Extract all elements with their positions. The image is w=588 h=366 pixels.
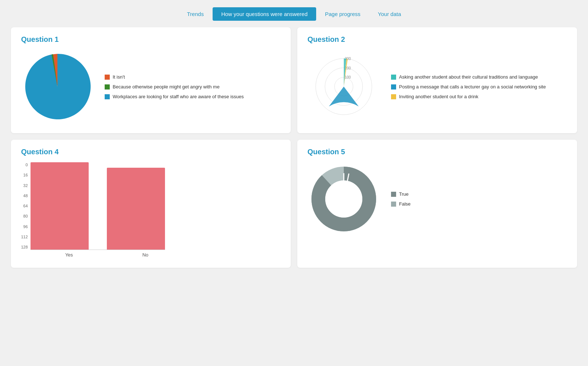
q1-color-0 bbox=[105, 75, 110, 80]
q5-color-0 bbox=[391, 192, 396, 197]
q5-donut-chart bbox=[307, 163, 380, 235]
q2-legend-item-2: Inviting another student out for a drink bbox=[391, 94, 546, 99]
q5-label-0: True bbox=[399, 191, 408, 197]
q4-title: Question 4 bbox=[21, 148, 281, 156]
q4-bar-no bbox=[107, 168, 165, 250]
q4-label-no: No bbox=[116, 252, 174, 258]
q5-legend-item-0: True bbox=[391, 191, 411, 197]
tab-page-progress[interactable]: Page progress bbox=[316, 7, 369, 21]
q1-chart-area: It isn't Because otherwise people might … bbox=[21, 50, 281, 123]
question-5-card: Question 5 True bbox=[297, 140, 577, 268]
q2-color-0 bbox=[391, 75, 396, 80]
q1-label-2: Workplaces are looking for staff who are… bbox=[113, 94, 244, 99]
q2-chart-area: 300 200 100 Asking another student about… bbox=[307, 50, 567, 123]
main-grid: Question 1 It isn't Because otherwise pe… bbox=[0, 27, 588, 279]
q4-bar-chart: 128 112 96 80 64 48 32 16 0 Yes No bbox=[21, 163, 281, 258]
q4-label-yes: Yes bbox=[40, 252, 98, 258]
q2-title: Question 2 bbox=[307, 35, 567, 44]
svg-point-8 bbox=[325, 180, 362, 218]
q2-polar-chart: 300 200 100 bbox=[307, 50, 380, 123]
q5-legend: True False bbox=[391, 191, 411, 207]
q1-label-1: Because otherwise people might get angry… bbox=[113, 84, 220, 89]
q2-color-2 bbox=[391, 94, 396, 99]
tab-your-data[interactable]: Your data bbox=[369, 7, 410, 21]
q1-legend-item-1: Because otherwise people might get angry… bbox=[105, 84, 244, 89]
q4-x-labels: Yes No bbox=[40, 252, 281, 258]
q1-color-2 bbox=[105, 94, 110, 99]
question-4-card: Question 4 128 112 96 80 64 48 32 16 0 bbox=[11, 140, 291, 268]
q2-legend-item-1: Posting a message that calls a lecturer … bbox=[391, 84, 546, 89]
q1-color-1 bbox=[105, 84, 110, 89]
q1-legend-item-0: It isn't bbox=[105, 74, 244, 80]
q2-label-1: Posting a message that calls a lecturer … bbox=[399, 84, 546, 89]
q1-label-0: It isn't bbox=[113, 74, 125, 80]
q1-legend: It isn't Because otherwise people might … bbox=[105, 74, 244, 99]
q4-y-axis: 128 112 96 80 64 48 32 16 0 bbox=[21, 163, 28, 250]
q5-label-1: False bbox=[399, 201, 411, 207]
svg-text:100: 100 bbox=[345, 75, 351, 79]
q4-bars bbox=[31, 163, 165, 250]
q2-legend-item-0: Asking another student about their cultu… bbox=[391, 74, 546, 80]
question-2-card: Question 2 300 200 100 bbox=[297, 27, 577, 133]
q1-pie-chart bbox=[21, 50, 94, 123]
q5-color-1 bbox=[391, 202, 396, 207]
q5-legend-item-1: False bbox=[391, 201, 411, 207]
q1-legend-item-2: Workplaces are looking for staff who are… bbox=[105, 94, 244, 99]
tab-trends[interactable]: Trends bbox=[178, 7, 213, 21]
q1-title: Question 1 bbox=[21, 35, 281, 44]
q4-bar-yes bbox=[31, 162, 89, 250]
q2-legend: Asking another student about their cultu… bbox=[391, 74, 546, 99]
question-1-card: Question 1 It isn't Because otherwise pe… bbox=[11, 27, 291, 133]
q2-label-0: Asking another student about their cultu… bbox=[399, 74, 538, 80]
q2-color-1 bbox=[391, 84, 396, 89]
q2-label-2: Inviting another student out for a drink bbox=[399, 94, 478, 99]
top-navigation: Trends How your questions were answered … bbox=[0, 0, 588, 27]
q5-title: Question 5 bbox=[307, 148, 567, 156]
q5-chart-area: True False bbox=[307, 163, 567, 235]
tab-how-answered[interactable]: How your questions were answered bbox=[213, 7, 317, 21]
